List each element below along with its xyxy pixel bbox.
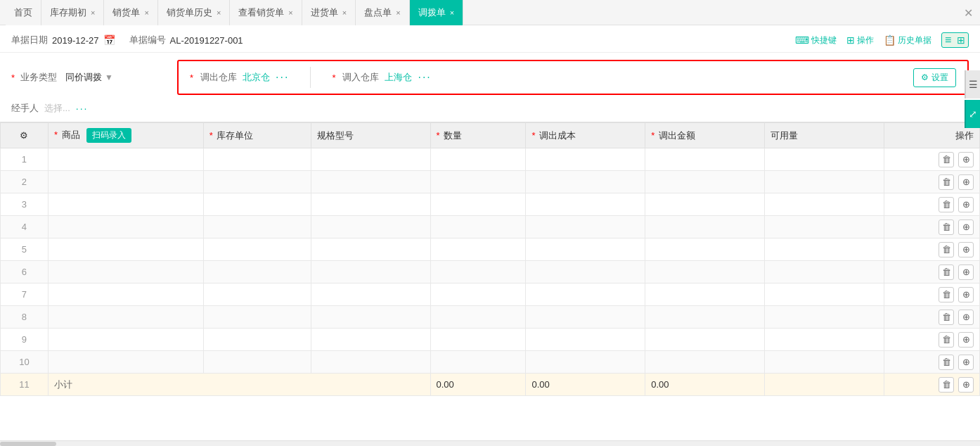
row-amount[interactable]	[645, 283, 765, 306]
tab-view-sales[interactable]: 查看销货单 ×	[230, 0, 302, 25]
row-qty[interactable]	[430, 238, 526, 261]
row-available[interactable]	[765, 261, 884, 283]
row-available[interactable]	[765, 216, 884, 238]
row-available[interactable]	[765, 193, 884, 216]
row-cost[interactable]	[526, 238, 645, 261]
tab-transfer-close[interactable]: ×	[450, 8, 454, 17]
row-delete-btn[interactable]: 🗑	[939, 332, 954, 348]
row-available[interactable]	[765, 283, 884, 306]
tab-stocktake[interactable]: 盘点单 ×	[356, 0, 409, 25]
row-unit[interactable]	[203, 329, 311, 351]
tab-transfer[interactable]: 调拨单 ×	[410, 0, 463, 25]
row-qty[interactable]	[430, 216, 526, 238]
row-unit[interactable]	[203, 171, 311, 193]
row-amount[interactable]	[645, 306, 765, 329]
calendar-icon[interactable]: 📅	[103, 34, 115, 46]
row-delete-btn[interactable]: 🗑	[939, 310, 954, 325]
row-delete-btn[interactable]: 🗑	[939, 355, 954, 370]
handler-select[interactable]: 选择...	[44, 102, 70, 115]
row-amount[interactable]	[645, 329, 765, 351]
row-unit[interactable]	[203, 238, 311, 261]
sidebar-list-icon[interactable]: ☰	[965, 70, 980, 98]
row-product[interactable]	[48, 216, 203, 238]
row-unit[interactable]	[203, 306, 311, 329]
row-product[interactable]	[48, 193, 203, 216]
row-product[interactable]	[48, 351, 203, 374]
row-spec[interactable]	[311, 193, 430, 216]
row-spec[interactable]	[311, 329, 430, 351]
row-qty[interactable]	[430, 283, 526, 306]
row-unit[interactable]	[203, 283, 311, 306]
row-cost[interactable]	[526, 351, 645, 374]
row-copy-btn[interactable]: ⊕	[958, 265, 974, 280]
history-button[interactable]: 📋 历史单据	[884, 34, 931, 46]
tab-home[interactable]: 首页	[6, 0, 41, 25]
row-unit[interactable]	[203, 351, 311, 374]
tab-view-sales-close[interactable]: ×	[288, 8, 292, 17]
row-cost[interactable]	[526, 261, 645, 283]
row-spec[interactable]	[311, 261, 430, 283]
row-spec[interactable]	[311, 238, 430, 261]
row-cost[interactable]	[526, 216, 645, 238]
row-qty[interactable]	[430, 193, 526, 216]
shortcut-button[interactable]: ⌨ 快捷键	[795, 34, 837, 46]
row-qty[interactable]	[430, 171, 526, 193]
row-product[interactable]	[48, 148, 203, 171]
row-unit[interactable]	[203, 216, 311, 238]
row-delete-btn[interactable]: 🗑	[939, 174, 954, 190]
row-amount[interactable]	[645, 148, 765, 171]
row-copy-btn[interactable]: ⊕	[958, 287, 974, 302]
row-cost[interactable]	[526, 193, 645, 216]
row-cost[interactable]	[526, 283, 645, 306]
sidebar-expand-icon[interactable]: ⤢	[965, 100, 980, 128]
row-delete-btn[interactable]: 🗑	[939, 152, 954, 167]
subtotal-delete-btn[interactable]: 🗑	[939, 377, 954, 393]
row-qty[interactable]	[430, 148, 526, 171]
grid-view-icon[interactable]: ⊞	[957, 34, 965, 46]
row-available[interactable]	[765, 238, 884, 261]
row-copy-btn[interactable]: ⊕	[958, 197, 974, 212]
row-spec[interactable]	[311, 148, 430, 171]
row-available[interactable]	[765, 148, 884, 171]
list-view-icon[interactable]: ≡	[945, 34, 951, 46]
row-available[interactable]	[765, 351, 884, 374]
window-close-button[interactable]: ✕	[964, 6, 973, 19]
settings-button[interactable]: ⚙ 设置	[913, 68, 956, 87]
tab-stocktake-close[interactable]: ×	[396, 8, 400, 17]
row-product[interactable]	[48, 283, 203, 306]
tab-sales-order[interactable]: 销货单 ×	[104, 0, 157, 25]
row-amount[interactable]	[645, 238, 765, 261]
row-amount[interactable]	[645, 216, 765, 238]
row-amount[interactable]	[645, 261, 765, 283]
row-available[interactable]	[765, 329, 884, 351]
row-delete-btn[interactable]: 🗑	[939, 197, 954, 212]
row-delete-btn[interactable]: 🗑	[939, 219, 954, 235]
operate-button[interactable]: ⊞ 操作	[846, 34, 874, 46]
row-spec[interactable]	[311, 306, 430, 329]
row-qty[interactable]	[430, 351, 526, 374]
row-spec[interactable]	[311, 216, 430, 238]
row-qty[interactable]	[430, 329, 526, 351]
row-delete-btn[interactable]: 🗑	[939, 287, 954, 302]
col-gear[interactable]: ⚙	[1, 123, 49, 148]
table-gear-icon[interactable]: ⚙	[20, 130, 28, 141]
row-copy-btn[interactable]: ⊕	[958, 152, 974, 167]
row-available[interactable]	[765, 171, 884, 193]
row-copy-btn[interactable]: ⊕	[958, 310, 974, 325]
row-product[interactable]	[48, 329, 203, 351]
row-copy-btn[interactable]: ⊕	[958, 332, 974, 348]
row-copy-btn[interactable]: ⊕	[958, 355, 974, 370]
tab-sales-order-close[interactable]: ×	[144, 8, 148, 17]
row-product[interactable]	[48, 171, 203, 193]
tab-sales-history-close[interactable]: ×	[217, 8, 221, 17]
tab-sales-history[interactable]: 销货单历史 ×	[158, 0, 230, 25]
tab-purchase-close[interactable]: ×	[342, 8, 347, 17]
row-cost[interactable]	[526, 329, 645, 351]
row-amount[interactable]	[645, 171, 765, 193]
warehouse-in-value[interactable]: 上海仓	[385, 71, 412, 84]
row-delete-btn[interactable]: 🗑	[939, 265, 954, 280]
row-available[interactable]	[765, 306, 884, 329]
warehouse-out-value[interactable]: 北京仓	[243, 71, 270, 84]
row-copy-btn[interactable]: ⊕	[958, 174, 974, 190]
row-cost[interactable]	[526, 171, 645, 193]
